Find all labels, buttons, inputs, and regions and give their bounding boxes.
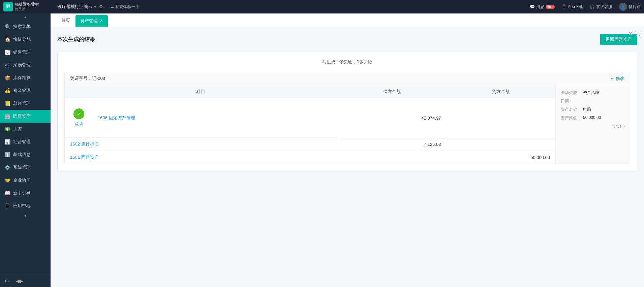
- asset-name-value: 电脑: [583, 107, 591, 113]
- sidebar-label-purchase: 采购管理: [13, 62, 31, 68]
- col-header-subject: 科目: [65, 85, 337, 98]
- sidebar-label-finance: 资金管理: [13, 88, 31, 94]
- sidebar-item-quick-nav[interactable]: 🏠 快捷导航: [0, 33, 51, 46]
- tab-asset-mgmt-label: 资产管理: [80, 18, 98, 24]
- settings-bottom-icon[interactable]: ⚙: [5, 278, 9, 284]
- sidebar-item-ledger[interactable]: 📒 总账管理: [0, 97, 51, 110]
- voucher-body: 科目 借方金额 贷方金额 ✓: [65, 85, 630, 164]
- sidebar: ▲ 🔍 搜索菜单 🏠 快捷导航 📈 销售管理 🛒 采购管理 📦 库存核算 💰 资…: [0, 13, 51, 287]
- sidebar-item-enterprise[interactable]: 🤝 企业协同: [0, 174, 51, 187]
- date-label: 日期：: [561, 98, 573, 104]
- logo-icon: 财: [3, 2, 13, 11]
- message-icon: 💬: [530, 4, 535, 9]
- company-name: 医疗器械行业演示: [57, 4, 92, 10]
- tab-close-icon[interactable]: ✕: [100, 19, 103, 23]
- sidebar-item-inventory[interactable]: 📦 库存核算: [0, 71, 51, 84]
- sidebar-scroll-up[interactable]: ▲: [0, 13, 51, 20]
- sidebar-label-ledger: 总账管理: [13, 100, 31, 106]
- asset-value-row: 资产原值： 50,000.00: [561, 115, 625, 121]
- result-panel: 共生成 1张凭证，0张失败 凭证字号：记-003 ✏ 修改: [57, 52, 637, 171]
- edit-button[interactable]: ✏ 修改: [611, 75, 624, 82]
- sidebar-item-search[interactable]: 🔍 搜索菜单: [0, 20, 51, 33]
- sidebar-label-operations: 经营管理: [13, 139, 31, 145]
- subject-label-1: 1606 固定资产清理: [98, 115, 135, 121]
- sidebar-label-enterprise: 企业协同: [13, 177, 31, 183]
- voucher-header: 凭证字号：记-003 ✏ 修改: [65, 72, 630, 85]
- page-title: 本次生成的结果: [57, 36, 95, 43]
- app-edition: 普及版: [15, 7, 39, 11]
- sidebar-label-app-center: 应用中心: [13, 203, 31, 209]
- expand-panel-button[interactable]: ⛶: [635, 30, 641, 37]
- voucher-table: 科目 借方金额 贷方金额 ✓: [65, 85, 555, 164]
- sidebar-scroll-down[interactable]: ▼: [0, 212, 51, 219]
- change-type-value: 资产清理: [583, 90, 599, 96]
- settings-icon[interactable]: ⚙: [99, 4, 103, 10]
- tab-asset-mgmt[interactable]: 资产管理 ✕: [75, 15, 108, 27]
- success-label: 成功: [74, 121, 83, 127]
- sales-icon: 📈: [5, 50, 10, 55]
- credit-1: [446, 98, 555, 138]
- sidebar-label-base-info: 基础信息: [13, 152, 31, 158]
- sidebar-item-payroll[interactable]: 💵 工资: [0, 123, 51, 135]
- page-content: ✕ ⛶ 本次生成的结果 返回固定资产 共生成 1张凭证，0张失败 凭证字号：记-…: [51, 27, 644, 287]
- voucher-info-panel: 变动类型： 资产清理 日期： 资产名称： 电脑: [556, 85, 630, 164]
- summary-text: 共生成 1张凭证，0张失败: [322, 59, 372, 64]
- change-type-label: 变动类型：: [561, 90, 581, 96]
- voucher-table-area: 科目 借方金额 贷方金额 ✓: [65, 85, 556, 164]
- chevron-down-icon: ▾: [94, 5, 96, 9]
- purchase-icon: 🛒: [5, 62, 10, 68]
- table-row: ✓ 成功 1606 固定资产清理 42,874.97: [65, 98, 555, 138]
- home-icon: 🏠: [5, 37, 10, 42]
- pagination[interactable]: < 1/1 >: [561, 124, 625, 129]
- message-button[interactable]: 💬 消息 99+: [530, 4, 555, 10]
- base-info-icon: ℹ️: [5, 152, 10, 157]
- customer-service-button[interactable]: 🎧 在线客服: [590, 4, 612, 10]
- user-name: 畅捷通: [628, 4, 641, 10]
- sidebar-item-guide[interactable]: 📖 新手引导: [0, 187, 51, 199]
- cloud-icon: ☁: [110, 4, 114, 9]
- sidebar-item-fixed-assets[interactable]: 🏢 固定资产: [0, 110, 51, 123]
- headset-icon: 🎧: [590, 4, 595, 9]
- message-badge: 99+: [546, 5, 555, 9]
- top-bar: 财 畅捷通好业财 普及版 医疗器械行业演示 ▾ ⚙ ☁ 我要体验一下 💬 消息 …: [0, 0, 644, 13]
- date-row: 日期：: [561, 98, 625, 104]
- debit-2: 7,125.03: [337, 138, 447, 151]
- sidebar-item-system[interactable]: ⚙️ 系统管理: [0, 161, 51, 174]
- success-status-1: ✓ 成功: [70, 102, 88, 134]
- credit-2: [446, 138, 555, 151]
- sidebar-label-sales: 销售管理: [13, 49, 31, 55]
- tab-home-label: 首页: [61, 18, 70, 23]
- search-icon: 🔍: [5, 24, 10, 29]
- main-layout: ▲ 🔍 搜索菜单 🏠 快捷导航 📈 销售管理 🛒 采购管理 📦 库存核算 💰 资…: [0, 13, 644, 287]
- trial-button[interactable]: ☁ 我要体验一下: [110, 4, 140, 10]
- company-selector[interactable]: 医疗器械行业演示 ▾: [57, 4, 96, 10]
- system-icon: ⚙️: [5, 165, 10, 170]
- sidebar-item-base-info[interactable]: ℹ️ 基础信息: [0, 148, 51, 161]
- sidebar-item-app-center[interactable]: 📱 应用中心: [0, 199, 51, 212]
- fixed-assets-icon: 🏢: [5, 114, 10, 119]
- avatar: 👤: [619, 3, 627, 11]
- credit-3: 50,000.00: [446, 151, 555, 164]
- sidebar-item-sales[interactable]: 📈 销售管理: [0, 46, 51, 59]
- user-menu[interactable]: 👤 畅捷通: [619, 3, 641, 11]
- col-header-credit: 贷方金额: [446, 85, 555, 98]
- sidebar-item-purchase[interactable]: 🛒 采购管理: [0, 59, 51, 71]
- edit-label: 修改: [616, 75, 624, 82]
- trial-label: 我要体验一下: [115, 4, 140, 10]
- collapse-sidebar-icon[interactable]: ◀▶: [16, 278, 23, 284]
- subject-1: ✓ 成功 1606 固定资产清理: [65, 98, 337, 138]
- change-type-row: 变动类型： 资产清理: [561, 90, 625, 96]
- asset-name-label: 资产名称：: [561, 107, 581, 113]
- payroll-icon: 💵: [5, 126, 10, 132]
- logo: 财 畅捷通好业财 普及版: [3, 2, 54, 11]
- tab-home[interactable]: 首页: [56, 14, 75, 27]
- app-download-button[interactable]: 📱 App下载: [561, 4, 583, 10]
- close-panel-button[interactable]: ✕: [628, 30, 633, 37]
- sidebar-item-finance[interactable]: 💰 资金管理: [0, 84, 51, 97]
- app-name: 畅捷通好业财: [15, 2, 39, 7]
- sidebar-label-quick-nav: 快捷导航: [13, 36, 31, 42]
- sidebar-label-guide: 新手引导: [13, 190, 31, 196]
- panel-controls: ✕ ⛶: [628, 30, 641, 37]
- enterprise-icon: 🤝: [5, 178, 10, 183]
- sidebar-item-operations[interactable]: 📊 经营管理: [0, 135, 51, 148]
